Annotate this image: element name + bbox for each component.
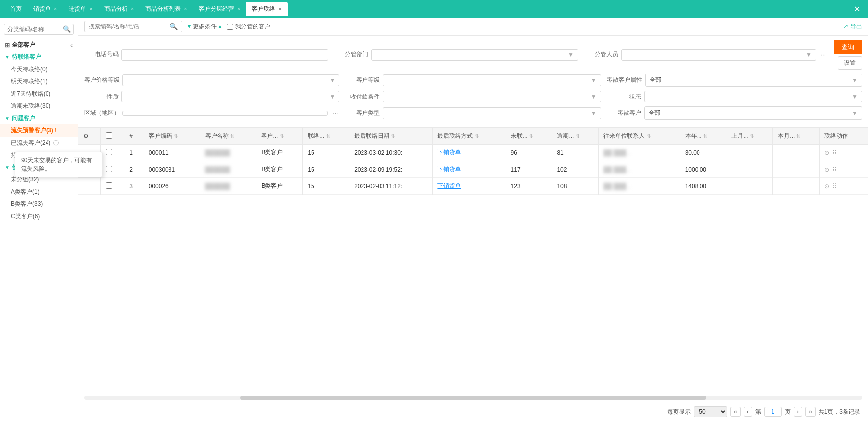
th-overdue[interactable]: 逾期... ⇅	[552, 128, 599, 145]
per-page-select[interactable]: 50 100 200	[694, 406, 727, 417]
last-page-btn[interactable]: »	[805, 407, 816, 417]
row-checkbox-1[interactable]	[106, 166, 112, 172]
th-code[interactable]: 客户编码 ⇅	[144, 128, 200, 145]
tab-home[interactable]: 首页	[4, 2, 27, 16]
th-last-contact-method[interactable]: 最后联络方式 ⇅	[433, 128, 506, 145]
sidebar-item-7days[interactable]: 近7天待联络(0)	[0, 88, 78, 100]
th-this-year[interactable]: 本年... ⇅	[680, 128, 726, 145]
filter-retail-attr-label: 零散客户属性	[607, 76, 642, 84]
scrollbar-thumb[interactable]	[240, 396, 707, 400]
more-conditions-btn[interactable]: ▼ 更多条件 ▲	[186, 23, 223, 31]
filter-region-more[interactable]: ···	[331, 110, 339, 117]
sidebar-item-churn-warning[interactable]: 流失预警客户(3) !	[0, 124, 78, 137]
filter-price-grade-select[interactable]: ▼	[122, 74, 339, 86]
th-this-month[interactable]: 本月... ⇅	[773, 128, 820, 145]
action-more-icon-2[interactable]: ⠿	[832, 183, 837, 190]
th-name[interactable]: 客户名称 ⇅	[200, 128, 256, 145]
sidebar-section-pending[interactable]: ▼ 待联络客户	[0, 51, 78, 63]
tooltip-text: 90天未交易的客户，可能有流失风险。	[21, 157, 78, 172]
filter-phone: 电话号码	[84, 49, 328, 61]
th-contact[interactable]: 联络... ⇅	[303, 128, 349, 145]
search-input[interactable]	[89, 23, 168, 30]
sidebar-item-tomorrow[interactable]: 明天待联络(1)	[0, 75, 78, 88]
contact-method-link-2[interactable]: 下销货单	[437, 182, 461, 189]
row-checkbox-0[interactable]	[106, 149, 112, 155]
next-page-btn[interactable]: ›	[794, 407, 802, 417]
action-more-icon-0[interactable]: ⠿	[832, 149, 837, 156]
contact-method-link-1[interactable]: 下销货单	[437, 166, 461, 173]
contact-method-link-0[interactable]: 下销货单	[437, 149, 461, 156]
th-last-month[interactable]: 上月... ⇅	[726, 128, 773, 145]
cell-action-2: ⊙ ⠿	[820, 178, 868, 195]
first-page-btn[interactable]: «	[730, 407, 741, 417]
select-all-checkbox[interactable]	[106, 132, 112, 139]
row-checkbox-2[interactable]	[106, 182, 112, 189]
filter-cust-type-select[interactable]: ▼	[383, 107, 601, 119]
th-uncontacted[interactable]: 未联... ⇅	[506, 128, 552, 145]
total-records-label: 共1页，3条记录	[819, 408, 860, 416]
tab-analysis-list[interactable]: 商品分析列表 ×	[140, 2, 193, 16]
th-unit-contact[interactable]: 往来单位联系人 ⇅	[599, 128, 680, 145]
sidebar-item-overdue[interactable]: 逾期未联络(30)	[0, 100, 78, 112]
th-settings[interactable]: ⚙	[78, 128, 100, 145]
section-arrow-churn: ▼	[5, 116, 10, 121]
filter-payment-select[interactable]: ▼	[383, 91, 601, 102]
my-customers-checkbox[interactable]	[227, 24, 233, 30]
sidebar-section-churn[interactable]: ▼ 问题客户	[0, 112, 78, 124]
tab-purchase-close[interactable]: ×	[89, 6, 92, 12]
all-customers-header[interactable]: ⊞ 全部客户 «	[0, 39, 78, 51]
prev-page-btn[interactable]: ‹	[744, 407, 752, 417]
cell-last-method-2[interactable]: 下销货单	[433, 178, 506, 195]
cell-last-method-1[interactable]: 下销货单	[433, 161, 506, 178]
filter-status-select[interactable]: ▼	[644, 91, 862, 102]
filter-person-select[interactable]: ▼	[621, 49, 816, 61]
horizontal-scrollbar[interactable]	[84, 396, 862, 400]
tab-customer-contact[interactable]: 客户联络 ×	[246, 2, 287, 16]
collapse-icon[interactable]: «	[70, 42, 73, 48]
cell-last-method-0[interactable]: 下销货单	[433, 145, 506, 161]
cell-last-date-0: 2023-03-02 10:30:	[349, 145, 433, 161]
tab-customer-tier-close[interactable]: ×	[237, 6, 240, 12]
sidebar-item-b-class[interactable]: B类客户(33)	[0, 198, 78, 210]
tab-customer-contact-close[interactable]: ×	[278, 6, 281, 12]
pagination: 每页显示 50 100 200 « ‹ 第 页 › » 共1页，3条记录	[78, 402, 868, 421]
sidebar-search-input[interactable]	[7, 26, 63, 33]
action-contact-icon-0[interactable]: ⊙	[824, 149, 829, 156]
filter-dept-select[interactable]: ▼	[371, 49, 578, 61]
filter-nature-select[interactable]: ▼	[121, 91, 339, 102]
export-icon: ↗	[844, 23, 848, 30]
th-type[interactable]: 客户... ⇅	[256, 128, 303, 145]
action-contact-icon-2[interactable]: ⊙	[824, 183, 829, 190]
customer-table: ⚙ # 客户编码 ⇅ 客户名称 ⇅ 客户... ⇅ 联络... ⇅ 最后联络日期…	[78, 128, 868, 195]
sidebar-item-c-class[interactable]: C类客户(6)	[0, 210, 78, 223]
filter-region-select[interactable]	[122, 111, 328, 116]
settings-button[interactable]: 设置	[838, 56, 862, 70]
th-last-contact-date[interactable]: 最后联络日期 ⇅	[349, 128, 433, 145]
sidebar-item-lost[interactable]: 已流失客户(24) ⓘ	[0, 137, 78, 149]
tab-purchase[interactable]: 进货单 ×	[63, 2, 98, 16]
tab-customer-tier[interactable]: 客户分层经营 ×	[193, 2, 246, 16]
tab-analysis-list-close[interactable]: ×	[184, 6, 187, 12]
search-button[interactable]: 🔍	[169, 23, 178, 30]
filter-cust-grade-select[interactable]: ▼	[383, 74, 601, 86]
my-customers-toggle[interactable]: 我分管的客户	[227, 23, 270, 31]
window-close-button[interactable]: ✕	[850, 4, 864, 14]
tab-analysis[interactable]: 商品分析 ×	[98, 2, 140, 16]
filter-phone-input[interactable]	[121, 49, 328, 61]
filter-price-grade-label: 客户价格等级	[84, 76, 120, 84]
query-button[interactable]: 查询	[834, 40, 862, 54]
sidebar-item-a-class[interactable]: A类客户(1)	[0, 186, 78, 198]
tab-analysis-close[interactable]: ×	[131, 6, 134, 12]
export-button[interactable]: ↗ 导出	[844, 23, 862, 31]
tab-sales-close[interactable]: ×	[54, 6, 57, 12]
cell-uncontacted-1: 117	[506, 161, 552, 178]
filter-person-more[interactable]: ···	[819, 51, 828, 58]
page-input[interactable]	[764, 407, 782, 417]
filter-retail-attr-select[interactable]: 全部 ▼	[645, 74, 862, 87]
sidebar-item-today[interactable]: 今天待联络(0)	[0, 63, 78, 75]
action-contact-icon-1[interactable]: ⊙	[824, 166, 829, 173]
tab-sales[interactable]: 销货单 ×	[27, 2, 63, 16]
filter-retail-select[interactable]: 全部 ▼	[644, 106, 862, 120]
action-more-icon-1[interactable]: ⠿	[832, 166, 837, 173]
cell-unit-contact-0: ██ ███...	[599, 145, 680, 161]
